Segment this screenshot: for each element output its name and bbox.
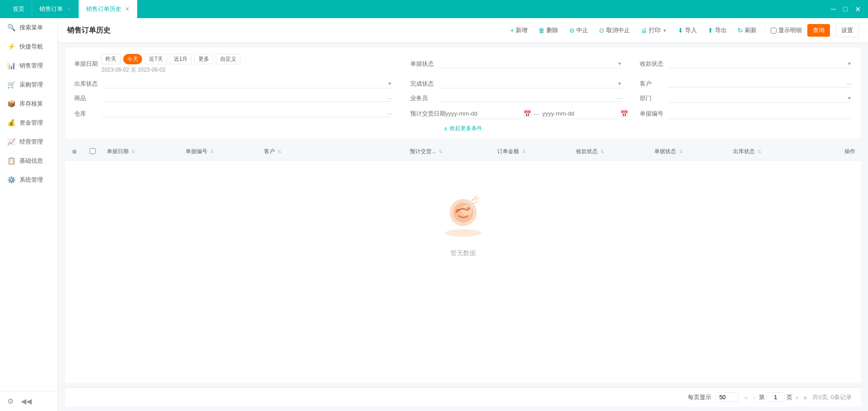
- collapse-btn[interactable]: ∧ 收起更多条件: [74, 125, 852, 132]
- salesman-dots-icon[interactable]: ···: [617, 95, 622, 102]
- sidebar-settings-btn[interactable]: ⚙: [7, 397, 14, 406]
- delivery-date-from-input[interactable]: [446, 108, 522, 119]
- customer-value: [667, 82, 847, 86]
- page-header: 销售订单历史 + 新增 🗑 删除 ⊘ 中止 ⊙ 取消中止: [58, 18, 868, 43]
- date-btn-yesterday[interactable]: 昨天: [101, 54, 120, 64]
- show-detail-checkbox-label[interactable]: 显示明细: [771, 26, 802, 34]
- sidebar-item-purchase-mgmt-label: 采购管理: [19, 81, 43, 89]
- out-status-select[interactable]: ▼: [101, 79, 392, 88]
- goods-dots-icon[interactable]: ···: [387, 95, 392, 102]
- date-btn-custom[interactable]: 自定义: [216, 54, 240, 64]
- warehouse-dots-icon[interactable]: ···: [387, 110, 392, 117]
- sidebar-collapse-btn[interactable]: ◀◀: [21, 397, 32, 406]
- window-close-btn[interactable]: ✕: [853, 3, 863, 15]
- settings-button[interactable]: 设置: [835, 24, 859, 37]
- th-date-sort-icon[interactable]: ⇅: [131, 149, 135, 154]
- th-amount-sort-icon[interactable]: ⇅: [522, 149, 526, 154]
- date-control: 昨天 今天 近7天 近1月 更多 自定义 2023-06-02 至 2023-0…: [101, 54, 392, 74]
- tab-sales-order-history-label: 销售订单历史: [86, 5, 121, 13]
- stop-label: 中止: [576, 26, 588, 34]
- customer-dots-icon[interactable]: ···: [847, 80, 852, 87]
- show-detail-checkbox[interactable]: [771, 28, 777, 34]
- tab-sales-order[interactable]: 销售订单 ✕: [32, 0, 79, 18]
- complete-status-select[interactable]: ▼: [437, 79, 622, 88]
- select-all-checkbox[interactable]: [90, 148, 96, 154]
- import-button[interactable]: ⬇ 导入: [675, 24, 700, 36]
- cancel-stop-icon: ⊙: [599, 27, 604, 34]
- th-out-status: 出库状态 ⇅: [728, 143, 806, 160]
- sidebar-item-quick-nav[interactable]: ⚡ 快捷导航: [0, 37, 58, 56]
- doc-status-label: 单据状态: [410, 60, 437, 68]
- cancel-stop-button[interactable]: ⊙ 取消中止: [596, 24, 633, 36]
- tab-sales-order-history-close[interactable]: ✕: [125, 6, 129, 12]
- tab-sales-order-history[interactable]: 销售订单历史 ✕: [79, 0, 137, 18]
- th-pay-status: 收款状态 ⇅: [571, 143, 649, 160]
- doc-status-select[interactable]: ▼: [437, 59, 622, 68]
- window-min-btn[interactable]: ─: [829, 3, 838, 15]
- dept-label: 部门: [640, 94, 667, 102]
- next-page-btn[interactable]: ›: [794, 393, 800, 402]
- date-btn-1month[interactable]: 近1月: [170, 54, 192, 64]
- th-settings[interactable]: ⚙: [65, 143, 83, 160]
- last-page-btn[interactable]: »: [802, 393, 809, 402]
- th-checkbox[interactable]: [83, 143, 101, 160]
- export-label: 导出: [715, 26, 727, 34]
- date-btn-today[interactable]: 今天: [123, 54, 142, 64]
- prev-page-btn[interactable]: ‹: [751, 393, 757, 402]
- sidebar-item-sys-mgmt[interactable]: ⚙️ 系统管理: [0, 170, 58, 189]
- date-btn-more[interactable]: 更多: [194, 54, 213, 64]
- filter-salesman: 业务员 ···: [410, 94, 622, 102]
- sidebar-item-inventory-check[interactable]: 📦 库存核算: [0, 94, 58, 113]
- delivery-date-to-input[interactable]: [542, 108, 619, 119]
- th-amount-label: 订单金额: [497, 148, 519, 155]
- th-docno-sort-icon[interactable]: ⇅: [210, 149, 214, 154]
- sidebar-item-sales-mgmt[interactable]: 📊 销售管理: [0, 56, 58, 75]
- salesman-value: [437, 97, 617, 100]
- delivery-date-from-calendar-icon[interactable]: 📅: [523, 110, 531, 117]
- tab-home[interactable]: 首页: [5, 0, 32, 18]
- new-button[interactable]: + 新增: [508, 24, 530, 36]
- th-pay-status-sort-icon[interactable]: ⇅: [600, 149, 604, 154]
- doc-no-label: 单据编号: [640, 110, 667, 118]
- complete-status-label: 完成状态: [410, 80, 437, 88]
- filter-warehouse: 仓库 ···: [74, 110, 392, 118]
- table-head: ⚙ 单据日期 ⇅ 单据编号 ⇅: [65, 143, 861, 160]
- th-out-status-sort-icon[interactable]: ⇅: [758, 149, 761, 154]
- refresh-button[interactable]: ↻ 刷新: [735, 24, 759, 36]
- th-amount: 订单金额 ⇅: [492, 143, 571, 160]
- dept-select[interactable]: ▼: [667, 94, 852, 103]
- query-button[interactable]: 查询: [807, 24, 830, 37]
- sidebar-item-basic-info-label: 基础信息: [19, 157, 43, 165]
- th-docno-label: 单据编号: [186, 148, 207, 155]
- export-button[interactable]: ⬆ 导出: [705, 24, 729, 36]
- th-customer-sort-icon[interactable]: ⇅: [278, 149, 281, 154]
- sidebar-item-search-menu[interactable]: 🔍 搜索菜单: [0, 18, 58, 37]
- th-doc-status: 单据状态 ⇅: [649, 143, 728, 160]
- doc-no-input[interactable]: [667, 108, 852, 119]
- sidebar-item-finance-mgmt[interactable]: 💰 资金管理: [0, 113, 58, 132]
- inventory-check-icon: 📦: [7, 100, 16, 108]
- settings-gear-icon[interactable]: ⚙: [72, 149, 77, 155]
- tab-sales-order-close[interactable]: ✕: [67, 6, 71, 12]
- delivery-date-to-calendar-icon[interactable]: 📅: [620, 110, 628, 117]
- first-page-btn[interactable]: «: [742, 393, 749, 402]
- window-max-btn[interactable]: □: [841, 3, 849, 15]
- data-table: ⚙ 单据日期 ⇅ 单据编号 ⇅: [65, 143, 861, 160]
- pay-status-select[interactable]: ▼: [667, 59, 852, 68]
- pagination: 每页显示 10 20 50 100 « ‹ 第 页 › » 共0页, 0条记录: [65, 387, 861, 406]
- sidebar-item-basic-info[interactable]: 📋 基础信息: [0, 151, 58, 170]
- stop-button[interactable]: ⊘ 中止: [566, 24, 591, 36]
- sidebar-item-ops-mgmt[interactable]: 📈 经营管理: [0, 132, 58, 151]
- page-size-select[interactable]: 10 20 50 100: [715, 392, 739, 402]
- warehouse-value: [101, 112, 387, 116]
- date-btn-7days[interactable]: 近7天: [145, 54, 167, 64]
- sidebar-item-purchase-mgmt[interactable]: 🛒 采购管理: [0, 75, 58, 94]
- page-size-container: 10 20 50 100: [715, 392, 739, 402]
- dept-arrow-icon: ▼: [847, 96, 852, 101]
- delete-button[interactable]: 🗑 删除: [536, 24, 561, 36]
- th-doc-status-sort-icon[interactable]: ⇅: [679, 149, 683, 154]
- th-delivery-sort-icon[interactable]: ⇅: [439, 149, 442, 154]
- page-number-input[interactable]: [767, 392, 785, 402]
- print-button[interactable]: 🖨 打印 ▼: [638, 24, 670, 36]
- table-wrapper[interactable]: ⚙ 单据日期 ⇅ 单据编号 ⇅: [65, 143, 861, 383]
